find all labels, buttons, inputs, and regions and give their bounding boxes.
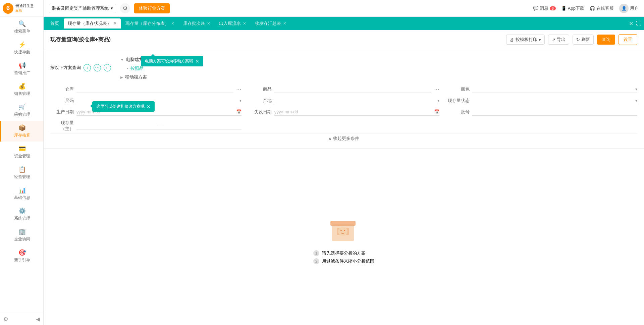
user-label: 用户	[630, 5, 639, 11]
sidebar-item-operations[interactable]: 📋 经营管理	[0, 162, 43, 183]
tab-close-all-icon[interactable]: ✕	[629, 20, 633, 27]
sidebar-item-enterprise[interactable]: 🏢 企业协同	[0, 225, 43, 246]
collapse-sidebar-icon[interactable]: ◀	[36, 316, 40, 322]
sidebar-item-inventory[interactable]: 📦 库存核算	[0, 121, 43, 142]
color-select-arrow: ▾	[635, 87, 637, 92]
exp-date-calendar-icon[interactable]: 📅	[434, 109, 439, 114]
sidebar-item-label: 搜索菜单	[14, 29, 30, 34]
settings-footer-icon[interactable]: ⚙	[3, 316, 8, 322]
filter-label: 按以下方案查询	[50, 65, 81, 71]
system-selector[interactable]: 装备及固定资产辅助管理系统 ▾	[49, 4, 116, 13]
goods-label: 商品	[248, 86, 272, 92]
sidebar-item-system[interactable]: ⚙️ 系统管理	[0, 204, 43, 225]
stock-status-input[interactable]	[472, 98, 635, 103]
expand-mobile-icon[interactable]: ▶	[120, 75, 123, 79]
sidebar-item-marketing[interactable]: 📢 营销推广	[0, 58, 43, 79]
tab-label: 现存量（库存分布表）	[125, 20, 169, 26]
color-input[interactable]	[472, 87, 635, 92]
stock-qty-from-input[interactable]	[76, 123, 155, 128]
collapse-label: 收起更多条件	[333, 136, 359, 142]
export-button[interactable]: ↗ 导出	[548, 35, 569, 45]
app-download-action[interactable]: 📱 App下载	[561, 5, 584, 11]
tooltip-close-1[interactable]: ✕	[195, 59, 199, 64]
sidebar-item-guide[interactable]: 🎯 新手引导	[0, 246, 43, 266]
filter-goods: 商品 ⋯	[248, 86, 439, 93]
filter-stock-qty: 现存量（主） —	[50, 120, 241, 132]
tab-label: 出入库流水	[219, 20, 241, 26]
filter-dots-button[interactable]: ⋯	[94, 64, 101, 71]
sidebar-item-finance[interactable]: 💳 资金管理	[0, 142, 43, 162]
sidebar-item-sales[interactable]: 💰 销售管理	[0, 79, 43, 100]
tooltip-close-2[interactable]: ✕	[147, 104, 151, 109]
filter-add-button[interactable]: +	[84, 64, 91, 71]
sidebar-item-quick-nav[interactable]: ⚡ 快捷导航	[0, 38, 43, 58]
stock-qty-to-input[interactable]	[163, 123, 242, 128]
prod-date-calendar-icon[interactable]: 📅	[236, 109, 241, 114]
user-action[interactable]: 👤 用户	[619, 4, 639, 13]
print-icon: 🖨	[510, 37, 514, 42]
stock-status-label: 现存量状态	[446, 98, 470, 104]
logo-area: 6 畅通好生意 标版	[0, 0, 43, 17]
sidebar-item-label: 库存核算	[14, 132, 30, 138]
tab-home[interactable]: 首页	[46, 18, 63, 29]
empty-svg	[325, 209, 362, 246]
online-support-action[interactable]: 🎧 在线客服	[590, 5, 614, 11]
tab-inout-flow[interactable]: 出入库流水 ✕	[215, 18, 250, 29]
user-avatar: 👤	[619, 4, 629, 13]
tab-label: 现存量（库存状况表）	[68, 20, 111, 26]
tab-close-icon[interactable]: ✕	[113, 21, 117, 26]
sidebar-item-label: 销售管理	[14, 91, 30, 97]
refresh-button[interactable]: ↻ 刷新	[573, 35, 594, 45]
batch-no-input[interactable]	[472, 109, 637, 114]
warehouse-input[interactable]	[76, 87, 233, 92]
origin-label: 产地	[248, 98, 272, 104]
quick-nav-icon: ⚡	[18, 41, 26, 48]
exp-date-input[interactable]	[274, 109, 434, 114]
tab-expand-icon[interactable]: ⛶	[636, 20, 641, 26]
scheme-mobile-label[interactable]: 移动端方案	[125, 74, 147, 80]
scheme-mobile: ▶ 移动端方案	[120, 73, 148, 82]
tab-close-icon[interactable]: ✕	[283, 21, 286, 26]
step-2-text: 用过滤条件来缩小分析范围	[322, 258, 374, 264]
tab-batch-ledger[interactable]: 库存批次账 ✕	[179, 18, 214, 29]
tab-inventory-dist[interactable]: 现存量（库存分布表） ✕	[121, 18, 178, 29]
filter-exp-date: 失效日期 📅	[248, 108, 439, 116]
tab-close-icon[interactable]: ✕	[207, 21, 210, 26]
warehouse-dots-icon[interactable]: ⋯	[236, 86, 241, 93]
tab-bar: 首页 现存量（库存状况表） ✕ 现存量（库存分布表） ✕ 库存批次账 ✕ 出入库…	[44, 17, 644, 30]
filter-arrow-button[interactable]: ←	[104, 64, 111, 71]
tab-receive-summary[interactable]: 收发存汇总表 ✕	[251, 18, 290, 29]
sidebar-item-label: 新手引导	[14, 257, 30, 263]
goods-input-wrapper	[274, 86, 431, 93]
query-button[interactable]: 查询	[597, 35, 615, 45]
sidebar-item-purchase[interactable]: 🛒 采购管理	[0, 100, 43, 121]
collapse-filter-button[interactable]: ∧ 收起更多条件	[50, 133, 637, 144]
gear-button[interactable]: ⚙	[120, 3, 130, 13]
print-button[interactable]: 🖨 按模板打印 ▾	[506, 35, 545, 45]
industry-button[interactable]: 体验行业方案	[134, 3, 170, 13]
sidebar-item-label: 企业协同	[14, 236, 30, 242]
tab-close-icon[interactable]: ✕	[171, 21, 174, 26]
online-support-label: 在线客服	[596, 5, 614, 11]
origin-input[interactable]	[274, 98, 437, 103]
sidebar-item-base[interactable]: 📊 基础信息	[0, 183, 43, 204]
messages-action[interactable]: 💬 消息 6	[533, 5, 556, 11]
step-1-text: 请先选择要分析的方案	[322, 250, 366, 256]
sidebar: 6 畅通好生意 标版 🔍 搜索菜单 ⚡ 快捷导航 📢 营销推广 💰 销售管理 🛒…	[0, 0, 44, 325]
support-icon: 🎧	[590, 6, 595, 11]
expand-desktop-icon[interactable]: ▼	[120, 58, 124, 62]
content-area: 现存量查询(按仓库+商品) 🖨 按模板打印 ▾ ↗ 导出 ↻ 刷新 查询 设置	[44, 30, 644, 325]
stock-qty-separator: —	[155, 123, 163, 128]
sidebar-item-search[interactable]: 🔍 搜索菜单	[0, 17, 43, 38]
tab-label: 库存批次账	[183, 20, 205, 26]
stock-qty-input-wrapper: —	[76, 122, 241, 129]
stock-status-input-wrapper: ▾	[472, 97, 637, 104]
batch-no-label: 批号	[446, 109, 470, 115]
goods-input[interactable]	[274, 87, 431, 92]
settings-button[interactable]: 设置	[619, 34, 637, 45]
stock-qty-label: 现存量（主）	[50, 120, 74, 132]
tab-close-icon[interactable]: ✕	[243, 21, 246, 26]
origin-select-arrow: ▾	[437, 98, 439, 103]
goods-dots-icon[interactable]: ⋯	[434, 86, 439, 93]
tab-inventory-status[interactable]: 现存量（库存状况表） ✕	[64, 18, 121, 29]
